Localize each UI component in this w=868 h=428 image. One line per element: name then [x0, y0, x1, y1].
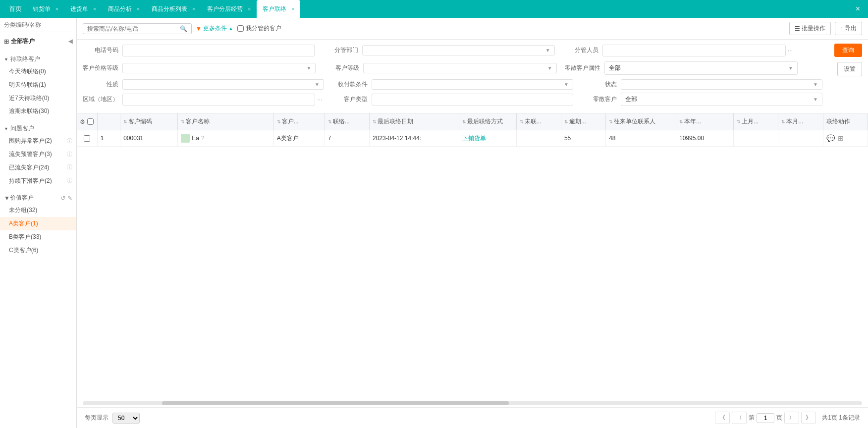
retail-attr-label: 零散客户属性	[565, 64, 604, 72]
manager-input[interactable]	[602, 45, 786, 56]
th-uncontact[interactable]: 未联...	[516, 113, 561, 130]
region-input[interactable]	[122, 94, 315, 106]
dept-select[interactable]: ▼	[362, 45, 554, 55]
pending-contact-group[interactable]: ▼ 待联络客户	[0, 53, 76, 65]
th-year[interactable]: 本年...	[676, 113, 734, 130]
retail-arrow-icon: ▼	[813, 97, 818, 102]
setting-button[interactable]: 设置	[837, 62, 862, 76]
close-sales-order-icon[interactable]: ×	[55, 6, 58, 12]
sidebar-item-declining[interactable]: 持续下滑客户(2) ⓘ	[0, 174, 76, 188]
customer-type-label: 客户类型	[332, 95, 372, 104]
close-product-analysis-icon[interactable]: ×	[137, 6, 140, 12]
region-field: 区域（地区） ···	[83, 94, 324, 106]
close-all-icon[interactable]: ×	[852, 4, 864, 13]
sidebar-item-churn-warning[interactable]: 流失预警客户(3) ⓘ	[0, 148, 76, 161]
next-page-button[interactable]: 〉	[784, 412, 799, 424]
th-code[interactable]: 客户编码	[120, 113, 178, 130]
retail-attr-select[interactable]: 全部 ▼	[604, 61, 798, 75]
th-name[interactable]: 客户名称	[178, 113, 273, 130]
tab-purchase-order[interactable]: 进货单 ×	[64, 0, 102, 18]
contact-link-icon[interactable]: ⊞	[838, 134, 844, 142]
status-select[interactable]: ▼	[621, 79, 822, 90]
sidebar-item-overdue[interactable]: 逾期未联络(30)	[0, 105, 76, 118]
th-overdue[interactable]: 逾期...	[561, 113, 605, 130]
manager-label: 分管人员	[563, 46, 602, 54]
close-product-analysis-list-icon[interactable]: ×	[192, 6, 195, 12]
td-year: 10995.00	[676, 130, 734, 147]
phone-label: 电话号码	[83, 46, 122, 54]
page-number-input[interactable]	[757, 413, 774, 423]
query-button[interactable]: 查询	[834, 44, 862, 57]
more-filter-button[interactable]: ▼ 更多条件 ▲	[196, 24, 233, 33]
th-last-date[interactable]: 最后联络日期	[370, 113, 459, 130]
customer-level-select[interactable]: ▼	[363, 63, 556, 73]
sidebar-item-ungroup[interactable]: 未分组(32)	[0, 204, 76, 217]
home-tab[interactable]: 首页	[4, 0, 27, 18]
sidebar-item-today[interactable]: 今天待联络(0)	[0, 65, 76, 78]
th-last-month[interactable]: 上月...	[734, 113, 778, 130]
sidebar-item-hoarding[interactable]: 囤购异常客户(2) ⓘ	[0, 134, 76, 148]
sidebar-search-input[interactable]	[4, 21, 77, 28]
tab-customer-contact[interactable]: 客户联络 ×	[257, 0, 300, 18]
th-this-month[interactable]: 本月...	[778, 113, 823, 130]
tab-product-analysis[interactable]: 商品分析 ×	[102, 0, 146, 18]
info-icon-churned: ⓘ	[67, 163, 72, 171]
edit-icon[interactable]: ✎	[67, 195, 72, 202]
last-page-button[interactable]: 》	[801, 412, 816, 424]
close-customer-contact-icon[interactable]: ×	[291, 6, 294, 12]
sidebar: 🔍 ⊞ 全部客户 ◀ ▼ 待联络客户 今天待联络(0) 明天待联络(1) 近7天…	[0, 18, 77, 428]
region-dots-icon[interactable]: ···	[315, 96, 324, 103]
horizontal-scrollbar-thumb[interactable]	[162, 401, 509, 405]
th-action: 联络动作	[823, 113, 868, 130]
close-customer-tier-icon[interactable]: ×	[248, 6, 251, 12]
customer-table: ⚙ 客户编码 客户名称 客户... 联络... 最后联络日期 最后联络方式 未联…	[77, 113, 868, 147]
prev-page-button[interactable]: 〈	[732, 412, 747, 424]
row-checkbox[interactable]	[84, 135, 90, 142]
page-size-select[interactable]: 50 20 100	[112, 413, 140, 424]
tab-sales-order[interactable]: 销货单 ×	[27, 0, 64, 18]
batch-operation-button[interactable]: ☰ 批量操作	[789, 22, 831, 35]
last-way-link[interactable]: 下销货单	[462, 135, 486, 142]
filter-row-1: 电话号码 分管部门 ▼ 分管人员 ···	[83, 44, 862, 57]
search-icon[interactable]: 🔍	[180, 25, 187, 32]
problem-customers-group[interactable]: ▼ 问题客户	[0, 122, 76, 134]
nature-select[interactable]: ▼	[122, 79, 324, 90]
my-customers-checkbox[interactable]: 我分管的客户	[237, 24, 281, 33]
dept-arrow-icon: ▼	[545, 48, 550, 53]
payment-select[interactable]: ▼	[372, 79, 573, 90]
sidebar-item-churned[interactable]: 已流失客户(24) ⓘ	[0, 161, 76, 174]
refresh-icon[interactable]: ↺	[60, 195, 65, 202]
select-all-checkbox[interactable]	[87, 118, 94, 125]
th-last-contact-person[interactable]: 往来单位联系人	[606, 113, 676, 130]
th-last-way[interactable]: 最后联络方式	[459, 113, 516, 130]
gear-settings-icon[interactable]: ⚙	[80, 118, 85, 125]
td-num: 1	[97, 130, 120, 147]
customer-type-input[interactable]	[372, 94, 573, 106]
tab-customer-tier[interactable]: 客户分层经营 ×	[201, 0, 257, 18]
retail-select[interactable]: 全部 ▼	[621, 93, 822, 106]
sidebar-item-tomorrow[interactable]: 明天待联络(1)	[0, 78, 76, 92]
phone-input[interactable]	[122, 45, 315, 56]
sidebar-item-7days[interactable]: 近7天待联络(0)	[0, 92, 76, 105]
sidebar-item-b-class[interactable]: B类客户(33)	[0, 230, 76, 244]
manager-dots-icon[interactable]: ···	[786, 47, 795, 54]
page-info: 第 页	[749, 413, 782, 423]
export-button[interactable]: ↑ 导出	[835, 22, 862, 35]
tab-product-analysis-list[interactable]: 商品分析列表 ×	[146, 0, 201, 18]
main-layout: 🔍 ⊞ 全部客户 ◀ ▼ 待联络客户 今天待联络(0) 明天待联络(1) 近7天…	[0, 18, 868, 428]
my-customers-check-input[interactable]	[237, 25, 244, 32]
sidebar-item-c-class[interactable]: C类客户(6)	[0, 244, 76, 257]
th-type[interactable]: 客户...	[273, 113, 325, 130]
td-this-month	[778, 130, 823, 147]
pending-contact-section: ▼ 待联络客户 今天待联络(0) 明天待联络(1) 近7天待联络(0) 逾期未联…	[0, 51, 76, 120]
horizontal-scrollbar-track[interactable]	[83, 401, 862, 405]
th-contact[interactable]: 联络...	[325, 113, 369, 130]
sidebar-item-a-class[interactable]: A类客户(1)	[0, 217, 76, 230]
contact-note-icon[interactable]: 💬	[826, 134, 835, 142]
first-page-button[interactable]: 《	[715, 412, 730, 424]
collapse-icon[interactable]: ◀	[68, 38, 72, 45]
search-input[interactable]	[87, 25, 180, 32]
close-purchase-order-icon[interactable]: ×	[93, 6, 96, 12]
price-level-select[interactable]: ▼	[122, 63, 316, 73]
all-customers-header[interactable]: ⊞ 全部客户 ◀	[0, 34, 76, 49]
